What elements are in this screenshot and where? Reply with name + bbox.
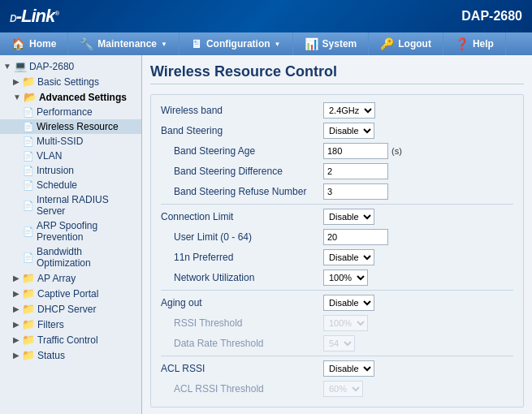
label-user-limit: User Limit (0 - 64) [161,231,323,243]
label-connection-limit: Connection Limit [161,211,323,222]
label-band-steering-diff: Band Steering Difference [161,166,323,177]
expand-icon-basic: ▶ [13,77,19,86]
sidebar-traffic-label: Traffic Control [37,334,98,346]
nav-configuration[interactable]: 🖥 Configuration ▼ [179,32,293,55]
control-band-steering: Disable Enable [323,123,374,139]
page-icon-vlan: 📄 [23,151,34,162]
nav-configuration-label: Configuration [206,38,270,50]
sidebar-item-filters[interactable]: ▶ 📁 Filters [0,317,141,332]
sidebar-item-traffic[interactable]: ▶ 📁 Traffic Control [0,332,141,347]
page-icon-arp: 📄 [23,226,34,237]
row-acl-rssi-threshold: ACL RSSI Threshold 60% 50% 40% [161,380,513,398]
sidebar-item-advanced-settings[interactable]: ▼ 📂 Advanced Settings [0,89,141,105]
sidebar-item-arp[interactable]: 📄 ARP Spoofing Prevention [0,218,141,244]
page-icon-wireless: 📄 [23,122,34,132]
control-network-utilization: 100% 90% 80% [323,270,368,286]
sidebar-performance-label: Performance [37,106,93,118]
divider-1 [161,204,513,205]
configuration-icon: 🖥 [191,37,202,50]
sidebar-arp-label: ARP Spoofing Prevention [37,220,138,243]
row-connection-limit: Connection Limit Disable Enable [161,208,513,226]
sidebar-basic-label: Basic Settings [37,76,99,88]
row-user-limit: User Limit (0 - 64) [161,228,513,246]
nav-maintenance-label: Maintenance [97,38,157,50]
sidebar-item-schedule[interactable]: 📄 Schedule [0,178,141,192]
sidebar-filters-label: Filters [37,319,64,330]
sidebar-item-basic-settings[interactable]: ▶ 📁 Basic Settings [0,74,141,89]
sidebar-item-bandwidth[interactable]: 📄 Bandwidth Optimization [0,244,141,270]
sidebar-radius-label: Internal RADIUS Server [37,194,138,217]
row-band-steering: Band Steering Disable Enable [161,122,513,140]
page-icon-schedule: 📄 [23,180,34,191]
label-acl-rssi-threshold: ACL RSSI Threshold [161,383,323,395]
nav-home-label: Home [29,38,56,50]
model-name: DAP-2680 [461,9,522,24]
nav-logout[interactable]: 🔑 Logout [369,32,443,55]
sidebar-item-wireless-resource[interactable]: 📄 Wireless Resource [0,119,141,134]
row-acl-rssi: ACL RSSI Disable Enable [161,360,513,377]
expand-icon-dhcp: ▶ [13,304,19,313]
sidebar-item-multi-ssid[interactable]: 📄 Multi-SSID [0,134,141,149]
sidebar-item-status[interactable]: ▶ 📁 Status [0,347,141,363]
select-acl-rssi[interactable]: Disable Enable [323,360,374,377]
folder-icon-filters: 📁 [22,318,35,330]
control-acl-rssi: Disable Enable [323,360,374,377]
row-11n-preferred: 11n Preferred Disable Enable [161,248,513,266]
page-icon-performance: 📄 [23,107,34,118]
maintenance-icon: 🔧 [80,37,93,50]
form-section: Wireless band 2.4GHz 5GHz Band Steering … [150,94,524,408]
logout-icon: 🔑 [380,37,394,50]
select-band-steering[interactable]: Disable Enable [323,123,374,139]
sidebar-item-root[interactable]: ▼ 💻 DAP-2680 [0,58,141,74]
divider-2 [161,290,513,291]
sidebar-item-intrusion[interactable]: 📄 Intrusion [0,163,141,178]
system-icon: 📊 [305,37,318,50]
page-icon-multissid: 📄 [23,136,34,147]
input-band-steering-refuse[interactable] [323,183,388,200]
label-network-utilization: Network Utilization [161,272,323,283]
control-band-steering-refuse [323,183,388,200]
page-icon-radius: 📄 [23,201,34,211]
sidebar-intrusion-label: Intrusion [37,165,74,176]
nav-logout-label: Logout [398,38,431,50]
main-layout: ▼ 💻 DAP-2680 ▶ 📁 Basic Settings ▼ 📂 Adva… [0,55,532,414]
label-band-steering-age: Band Steering Age [161,145,323,157]
page-icon-intrusion: 📄 [23,166,34,176]
sidebar-item-dhcp[interactable]: ▶ 📁 DHCP Server [0,301,141,317]
sidebar: ▼ 💻 DAP-2680 ▶ 📁 Basic Settings ▼ 📂 Adva… [0,55,142,414]
sidebar-item-radius[interactable]: 📄 Internal RADIUS Server [0,192,141,218]
folder-icon-status: 📁 [22,349,35,361]
select-acl-rssi-threshold[interactable]: 60% 50% 40% [323,381,363,397]
select-connection-limit[interactable]: Disable Enable [323,209,374,225]
divider-3 [161,356,513,356]
nav-home[interactable]: 🏠 Home [0,32,68,55]
folder-icon-dhcp: 📁 [22,303,35,315]
sidebar-item-vlan[interactable]: 📄 VLAN [0,149,141,163]
select-rssi-threshold[interactable]: 100% 90% [323,315,368,331]
control-11n-preferred: Disable Enable [323,249,374,265]
row-rssi-threshold: RSSI Threshold 100% 90% [161,314,513,332]
sidebar-schedule-label: Schedule [37,179,77,191]
input-band-steering-diff[interactable] [323,163,388,179]
select-network-utilization[interactable]: 100% 90% 80% [323,270,368,286]
page-title: Wireless Resource Control [150,63,524,84]
sidebar-item-captive[interactable]: ▶ 📁 Captive Portal [0,286,141,301]
control-acl-rssi-threshold: 60% 50% 40% [323,381,363,397]
sidebar-item-performance[interactable]: 📄 Performance [0,105,141,119]
sidebar-item-ap-array[interactable]: ▶ 📁 AP Array [0,270,141,286]
header: D-Link® DAP-2680 [0,0,532,32]
label-band-steering: Band Steering [161,125,323,136]
select-11n-preferred[interactable]: Disable Enable [323,249,374,265]
select-aging-out[interactable]: Disable Enable [323,295,374,311]
control-band-steering-age: (s) [323,143,402,159]
label-data-rate-threshold: Data Rate Threshold [161,338,323,349]
select-wireless-band[interactable]: 2.4GHz 5GHz [323,102,375,119]
select-data-rate-threshold[interactable]: 54 48 36 [323,335,355,351]
nav-system[interactable]: 📊 System [293,32,370,55]
nav-help[interactable]: ❓ Help [443,32,506,55]
device-icon: 💻 [14,60,27,72]
nav-maintenance[interactable]: 🔧 Maintenance ▼ [68,32,179,55]
input-band-steering-age[interactable] [323,143,388,159]
sidebar-dhcp-label: DHCP Server [37,304,96,315]
input-user-limit[interactable] [323,229,388,245]
